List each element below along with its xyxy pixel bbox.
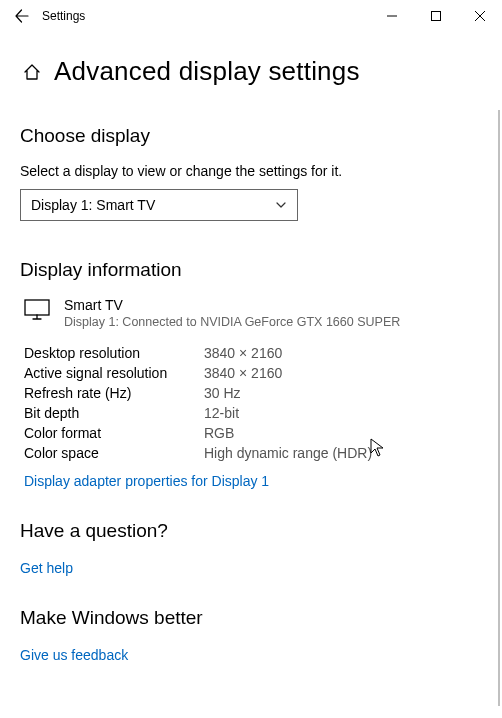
make-windows-better-heading: Make Windows better [20, 607, 482, 629]
prop-value: 30 Hz [204, 385, 241, 401]
chevron-down-icon [275, 199, 287, 211]
prop-row: Active signal resolution3840 × 2160 [24, 365, 482, 381]
display-identity: Smart TV Display 1: Connected to NVIDIA … [24, 297, 482, 329]
display-select-dropdown[interactable]: Display 1: Smart TV [20, 189, 298, 221]
prop-label: Desktop resolution [24, 345, 204, 361]
vertical-scrollbar[interactable] [498, 110, 500, 706]
prop-value: RGB [204, 425, 234, 441]
display-subtitle: Display 1: Connected to NVIDIA GeForce G… [64, 315, 400, 329]
prop-value: High dynamic range (HDR) [204, 445, 372, 461]
display-properties-list: Desktop resolution3840 × 2160 Active sig… [20, 345, 482, 461]
minimize-icon [387, 11, 397, 21]
give-us-feedback-link[interactable]: Give us feedback [20, 647, 128, 663]
prop-label: Bit depth [24, 405, 204, 421]
arrow-left-icon [14, 8, 30, 24]
app-title: Settings [42, 9, 85, 23]
content-area: Advanced display settings Choose display… [0, 56, 502, 664]
display-select-value: Display 1: Smart TV [31, 197, 155, 213]
prop-row: Color spaceHigh dynamic range (HDR) [24, 445, 482, 461]
display-name: Smart TV [64, 297, 400, 313]
prop-row: Refresh rate (Hz)30 Hz [24, 385, 482, 401]
have-a-question-heading: Have a question? [20, 520, 482, 542]
prop-value: 3840 × 2160 [204, 345, 282, 361]
display-adapter-properties-link[interactable]: Display adapter properties for Display 1 [24, 473, 269, 489]
prop-row: Bit depth12-bit [24, 405, 482, 421]
monitor-icon [24, 299, 52, 321]
home-icon [23, 63, 41, 81]
get-help-link[interactable]: Get help [20, 560, 73, 576]
close-button[interactable] [458, 0, 502, 32]
close-icon [475, 11, 485, 21]
back-button[interactable] [4, 0, 40, 32]
page-header: Advanced display settings [20, 56, 482, 87]
prop-value: 12-bit [204, 405, 239, 421]
maximize-button[interactable] [414, 0, 458, 32]
svg-rect-1 [25, 300, 49, 315]
prop-label: Color format [24, 425, 204, 441]
prop-label: Refresh rate (Hz) [24, 385, 204, 401]
minimize-button[interactable] [370, 0, 414, 32]
prop-value: 3840 × 2160 [204, 365, 282, 381]
home-button[interactable] [20, 63, 44, 81]
maximize-icon [431, 11, 441, 21]
titlebar: Settings [0, 0, 502, 32]
prop-label: Active signal resolution [24, 365, 204, 381]
choose-display-description: Select a display to view or change the s… [20, 163, 482, 179]
display-information-heading: Display information [20, 259, 482, 281]
prop-row: Color formatRGB [24, 425, 482, 441]
svg-rect-0 [432, 12, 441, 21]
prop-row: Desktop resolution3840 × 2160 [24, 345, 482, 361]
choose-display-heading: Choose display [20, 125, 482, 147]
page-title: Advanced display settings [54, 56, 360, 87]
prop-label: Color space [24, 445, 204, 461]
